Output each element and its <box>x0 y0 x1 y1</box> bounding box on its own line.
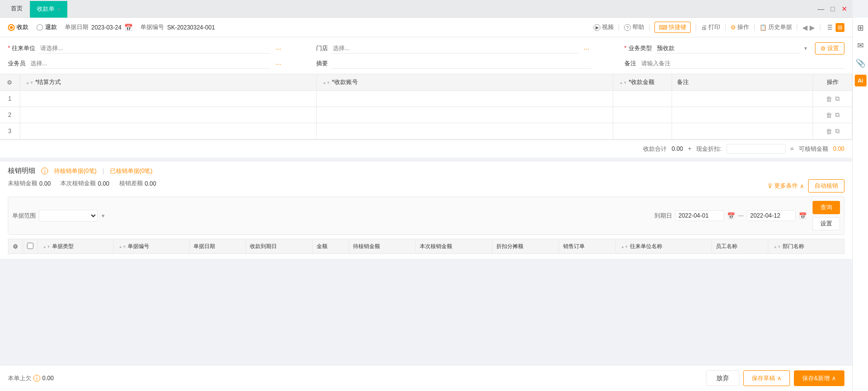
done-tab-link[interactable]: 已核销单据(0笔) <box>110 167 153 175</box>
rcol-partner: ▲▼ 往来单位名称 <box>616 239 712 254</box>
save-new-button[interactable]: 保存&新增 ∧ <box>794 370 844 386</box>
cal-to-icon[interactable]: 📅 <box>799 212 807 220</box>
radio-refund[interactable]: 退款 <box>36 23 57 31</box>
voucher-range-select[interactable] <box>39 210 98 222</box>
discount-input[interactable] <box>727 144 786 154</box>
window-minimize-btn[interactable]: — <box>817 5 825 13</box>
save-draft-chevron[interactable]: ∧ <box>777 375 782 382</box>
table-row: 2 🗑 ⧉ <box>0 107 852 123</box>
main-table: ⚙ ▲▼ *结算方式 ▲▼ *收款账号 ▲▼ *收款金额 <box>0 74 852 140</box>
cal-from-icon[interactable]: 📅 <box>727 212 735 220</box>
save-draft-button[interactable]: 保存草稿 ∧ <box>743 370 790 386</box>
row-3-copy-btn[interactable]: ⧉ <box>835 127 840 135</box>
query-button[interactable]: 查询 <box>813 201 840 214</box>
partner-input[interactable] <box>38 43 271 54</box>
biz-type-label: * 业务类型 <box>624 44 652 53</box>
row-3-account[interactable] <box>316 123 613 140</box>
toolbar-video[interactable]: ▶ 视频 <box>594 23 614 31</box>
more-conditions-btn[interactable]: ⊽ 更多条件 ∧ <box>768 182 804 190</box>
settings-button[interactable]: ⚙ 设置 <box>815 42 844 55</box>
window-maximize-btn[interactable]: □ <box>829 5 837 13</box>
this-cancel-stat: 本次核销金额 0.00 <box>60 179 109 188</box>
toolbar-print[interactable]: 🖨 打印 <box>701 23 720 31</box>
window-close-btn[interactable]: ✕ <box>841 5 848 13</box>
col-settings[interactable]: ⚙ <box>0 74 20 91</box>
discard-button[interactable]: 放弃 <box>706 370 739 386</box>
save-new-chevron[interactable]: ∧ <box>832 375 836 382</box>
note-input[interactable] <box>639 58 844 69</box>
sidebar-clip-icon[interactable]: 📎 <box>855 57 867 69</box>
net-label: 可核销金额 <box>799 145 828 153</box>
row-3-amount[interactable] <box>613 123 672 140</box>
staff-more-btn[interactable]: ··· <box>273 60 283 68</box>
row-2-delete-btn[interactable]: 🗑 <box>826 112 832 119</box>
sidebar-ai-icon[interactable]: Ai <box>855 75 867 86</box>
nav-arrows: ◀ ▶ <box>802 24 815 31</box>
biz-type-chevron[interactable]: ▼ <box>803 46 808 51</box>
row-2-no: 2 <box>0 107 20 123</box>
tab-close-icon[interactable]: × <box>57 6 60 12</box>
rcol-no: ▲▼ 单据编号 <box>113 239 190 254</box>
row-2-copy-btn[interactable]: ⧉ <box>835 111 840 119</box>
row-1-amount[interactable] <box>613 91 672 107</box>
store-more-btn[interactable]: ··· <box>582 45 592 53</box>
date-to-input[interactable] <box>747 210 796 221</box>
date-from-input[interactable] <box>675 210 724 221</box>
view-grid-btn[interactable]: ⊞ <box>836 23 844 32</box>
header-toolbar: ▶ 视频 ? 帮助 ⌨ 快捷键 🖨 打印 ⚙ 操作 <box>594 22 844 33</box>
plus-sign: + <box>688 145 691 152</box>
toolbar-history[interactable]: 📋 历史单据 <box>760 23 792 31</box>
calendar-icon[interactable]: 📅 <box>124 24 133 31</box>
store-input[interactable] <box>331 43 579 54</box>
account-sort[interactable]: ▲▼ <box>323 81 330 85</box>
row-1-copy-btn[interactable]: ⧉ <box>835 95 840 103</box>
row-2-remark[interactable] <box>672 107 813 123</box>
reconcile-settings-btn[interactable]: 设置 <box>813 217 840 230</box>
amount-sort[interactable]: ▲▼ <box>619 81 627 85</box>
rcol-discount: 折扣分摊额 <box>492 239 559 254</box>
store-label: 门店 <box>316 44 328 53</box>
toolbar-operation[interactable]: ⚙ 操作 <box>731 23 749 31</box>
form-row-2: 业务员 ··· 摘要 备注 <box>8 58 844 69</box>
row-2-amount[interactable] <box>613 107 672 123</box>
select-all-checkbox[interactable] <box>27 243 33 249</box>
tab-current[interactable]: 收款单 × <box>29 1 68 18</box>
sidebar-mail-icon[interactable]: ✉ <box>855 39 867 51</box>
row-1-settlement[interactable] <box>20 91 316 107</box>
row-2-account[interactable] <box>316 107 613 123</box>
rno-sort[interactable]: ▲▼ <box>119 245 127 249</box>
rpartner-sort[interactable]: ▲▼ <box>621 245 628 249</box>
rdept-sort[interactable]: ▲▼ <box>773 245 781 249</box>
nav-next[interactable]: ▶ <box>810 24 815 31</box>
row-2-settlement[interactable] <box>20 107 316 123</box>
row-3-settlement[interactable] <box>20 123 316 140</box>
row-1-account[interactable] <box>316 91 613 107</box>
row-1-delete-btn[interactable]: 🗑 <box>826 95 832 103</box>
partner-more-btn[interactable]: ··· <box>273 45 283 53</box>
biz-type-input[interactable] <box>655 43 801 54</box>
settlement-sort[interactable]: ▲▼ <box>26 81 34 85</box>
reconcile-info-icon[interactable]: i <box>41 168 48 174</box>
row-3-remark[interactable] <box>672 123 813 140</box>
row-1-remark[interactable] <box>672 91 813 107</box>
rtype-sort[interactable]: ▲▼ <box>43 245 51 249</box>
rcol-order: 销售订单 <box>559 239 616 254</box>
auto-reconcile-btn[interactable]: 自动核销 <box>808 179 844 193</box>
sidebar-table-icon[interactable]: ⊞ <box>855 22 867 33</box>
bottom-info-icon[interactable]: i <box>33 375 40 382</box>
summary-input[interactable] <box>331 58 592 69</box>
tab-home[interactable]: 首页 <box>4 0 29 18</box>
rcol-settings[interactable]: ⚙ <box>8 239 23 254</box>
row-3-delete-btn[interactable]: 🗑 <box>826 128 832 135</box>
table-settings-icon[interactable]: ⚙ <box>7 79 12 86</box>
right-sidebar: ⊞ ✉ 📎 Ai <box>852 18 868 391</box>
view-list-btn[interactable]: ☰ <box>825 23 835 32</box>
toolbar-shortcut-btn[interactable]: ⌨ 快捷键 <box>654 22 691 33</box>
nav-prev[interactable]: ◀ <box>802 24 808 31</box>
toolbar-help[interactable]: ? 帮助 <box>624 23 644 31</box>
reconcile-table-settings-icon[interactable]: ⚙ <box>13 243 18 250</box>
pending-tab-link[interactable]: 待核销单据(0笔) <box>54 167 97 175</box>
video-icon: ▶ <box>594 24 600 31</box>
radio-receive[interactable]: 收款 <box>8 23 28 31</box>
staff-input[interactable] <box>28 58 271 69</box>
